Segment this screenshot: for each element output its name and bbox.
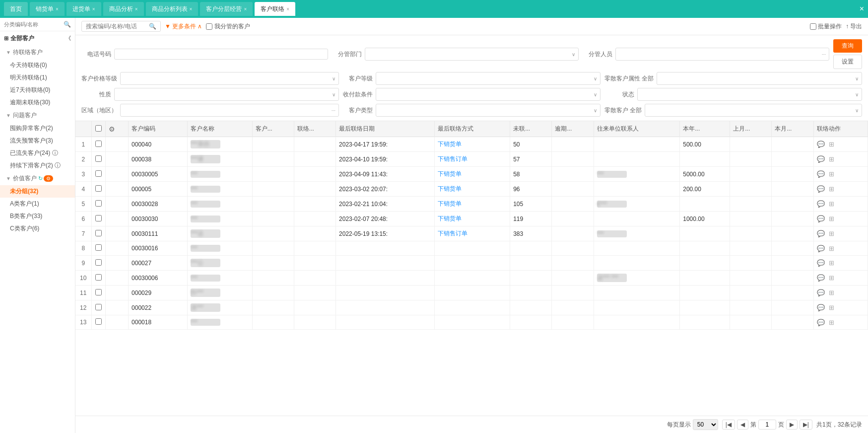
row-checkbox-9[interactable]	[95, 274, 102, 281]
all-customers-section[interactable]: ⊞ 全部客户 《	[0, 31, 75, 46]
chat-icon-5[interactable]: 💬	[817, 215, 825, 222]
col-settings-icon[interactable]: ⚙	[109, 125, 115, 133]
close-sales-icon[interactable]: ×	[56, 6, 59, 12]
sidebar-collapse-icon[interactable]: 《	[66, 35, 71, 42]
grid-icon-7[interactable]: ⊞	[829, 245, 834, 252]
cell-check-2[interactable]	[91, 167, 105, 182]
close-customer-contact-icon[interactable]: ×	[286, 6, 289, 12]
batch-op-button[interactable]: 批量操作	[810, 22, 842, 31]
filter-select-payment[interactable]: ∨	[376, 88, 601, 101]
chat-icon-11[interactable]: 💬	[817, 304, 825, 311]
sidebar-item-declining[interactable]: 持续下滑客户(2) ⓘ	[0, 159, 75, 172]
grid-icon-4[interactable]: ⊞	[829, 200, 834, 208]
chat-icon-8[interactable]: 💬	[817, 259, 825, 267]
cell-check-4[interactable]	[91, 197, 105, 212]
last-page-button[interactable]: ▶|	[800, 420, 812, 430]
sidebar-item-today-pending[interactable]: 今天待联络(0)	[0, 59, 75, 72]
sidebar-group-problem-customers[interactable]: ▼ 问题客户	[0, 109, 75, 122]
chat-icon-2[interactable]: 💬	[817, 170, 825, 178]
grid-icon-2[interactable]: ⊞	[829, 170, 834, 178]
cell-check-12[interactable]	[91, 315, 105, 330]
sidebar-search-icon[interactable]: 🔍	[64, 21, 71, 28]
filter-select-retail-customer[interactable]: ∨	[645, 104, 862, 117]
chat-icon-1[interactable]: 💬	[817, 155, 825, 163]
grid-icon-1[interactable]: ⊞	[829, 155, 834, 163]
row-checkbox-4[interactable]	[95, 200, 102, 207]
row-checkbox-7[interactable]	[95, 244, 102, 251]
contact-way-link-5[interactable]: 下销货单	[438, 215, 462, 222]
cell-check-7[interactable]	[91, 241, 105, 256]
chat-icon-10[interactable]: 💬	[817, 289, 825, 296]
cell-check-5[interactable]	[91, 212, 105, 226]
tab-analysis-list[interactable]: 商品分析列表 ×	[146, 2, 199, 16]
cell-check-1[interactable]	[91, 152, 105, 167]
sidebar-item-class-c[interactable]: C类客户(6)	[0, 222, 75, 235]
chat-icon-12[interactable]: 💬	[817, 319, 825, 326]
close-all-tabs-button[interactable]: ×	[860, 4, 864, 13]
cell-check-6[interactable]	[91, 226, 105, 241]
sidebar-item-unassigned[interactable]: 未分组(32)	[0, 185, 75, 198]
sidebar-item-7days-pending[interactable]: 近7天待联络(0)	[0, 84, 75, 96]
contact-way-link-2[interactable]: 下销货单	[438, 170, 462, 177]
row-checkbox-6[interactable]	[95, 230, 102, 236]
cell-check-0[interactable]	[91, 137, 105, 152]
batch-checkbox[interactable]	[810, 23, 816, 30]
filter-select-price-level[interactable]: ∨	[120, 72, 339, 85]
sidebar-search-input[interactable]	[4, 21, 62, 27]
my-customers-filter[interactable]: 我分管的客户	[206, 22, 250, 31]
page-number-input[interactable]	[758, 420, 776, 430]
row-checkbox-5[interactable]	[95, 215, 102, 221]
my-customers-checkbox[interactable]	[206, 23, 212, 30]
contact-way-link-0[interactable]: 下销货单	[438, 141, 462, 147]
filter-select-customer-level[interactable]: ∨	[376, 72, 601, 85]
sidebar-group-pending-contact[interactable]: ▼ 待联络客户	[0, 46, 75, 59]
select-all-checkbox[interactable]	[95, 125, 102, 132]
grid-icon-8[interactable]: ⊞	[829, 259, 834, 267]
next-page-button[interactable]: ▶	[786, 420, 798, 430]
grid-icon-6[interactable]: ⊞	[829, 230, 834, 237]
contact-way-link-4[interactable]: 下销货单	[438, 200, 462, 207]
row-checkbox-0[interactable]	[95, 141, 102, 147]
cell-check-3[interactable]	[91, 182, 105, 197]
close-purchase-icon[interactable]: ×	[92, 6, 95, 12]
close-customer-mgr-icon[interactable]: ×	[244, 6, 247, 12]
row-checkbox-12[interactable]	[95, 318, 102, 325]
filter-select-status[interactable]: ∨	[637, 88, 862, 101]
more-conditions-button[interactable]: ▼ 更多条件 ∧	[165, 22, 202, 31]
value-customers-refresh-icon[interactable]: ↻	[38, 175, 43, 182]
tab-customer-mgr[interactable]: 客户分层经营 ×	[200, 2, 253, 16]
chat-icon-9[interactable]: 💬	[817, 274, 825, 282]
filter-select-dept[interactable]: ∨	[365, 48, 579, 61]
chat-icon-7[interactable]: 💬	[817, 245, 825, 252]
tab-customer-contact[interactable]: 客户联络 ×	[255, 2, 295, 16]
contact-way-link-1[interactable]: 下销售订单	[438, 155, 467, 162]
chat-icon-0[interactable]: 💬	[817, 141, 825, 148]
row-checkbox-8[interactable]	[95, 259, 102, 266]
grid-icon-3[interactable]: ⊞	[829, 185, 834, 193]
filter-select-customer-type[interactable]: ∨	[376, 104, 601, 117]
cell-check-9[interactable]	[91, 271, 105, 286]
export-button[interactable]: ↑ 导出	[846, 22, 862, 31]
row-checkbox-11[interactable]	[95, 304, 102, 310]
tab-home[interactable]: 首页	[4, 2, 28, 16]
sidebar-item-loss-warning[interactable]: 流失预警客户(3)	[0, 135, 75, 147]
grid-icon-9[interactable]: ⊞	[829, 274, 834, 282]
search-input[interactable]	[86, 23, 147, 30]
close-analysis-icon[interactable]: ×	[135, 6, 138, 12]
filter-input-phone[interactable]	[114, 49, 328, 60]
sidebar-group-value-customers[interactable]: ▼ 价值客户 ↻ ⚙	[0, 172, 75, 185]
row-checkbox-3[interactable]	[95, 185, 102, 192]
per-page-select[interactable]: 50 100	[693, 419, 718, 430]
sidebar-item-tomorrow-pending[interactable]: 明天待联络(1)	[0, 72, 75, 84]
prev-page-button[interactable]: ◀	[737, 420, 748, 430]
col-header-settings[interactable]: ⚙	[105, 121, 129, 137]
filter-select-nature[interactable]: ∨	[114, 88, 339, 101]
filter-select-retail-attr[interactable]: ∨	[657, 72, 862, 85]
tab-purchase[interactable]: 进货单 ×	[67, 2, 101, 16]
sidebar-item-lost[interactable]: 已流失客户(24) ⓘ	[0, 147, 75, 159]
first-page-button[interactable]: |◀	[722, 420, 735, 430]
cell-check-8[interactable]	[91, 256, 105, 271]
sidebar-item-class-b[interactable]: B类客户(33)	[0, 210, 75, 222]
cell-check-11[interactable]	[91, 300, 105, 315]
chat-icon-6[interactable]: 💬	[817, 230, 825, 237]
